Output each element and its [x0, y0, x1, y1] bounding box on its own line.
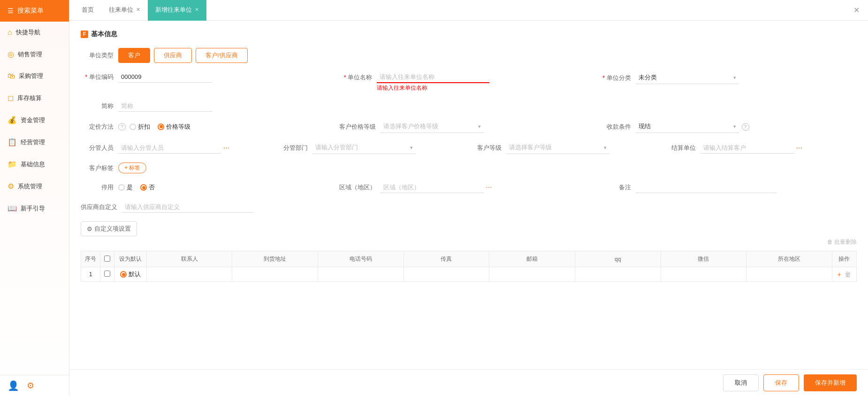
sidebar-item-base[interactable]: 📁 基础信息 [0, 153, 69, 175]
sidebar-item-label: 经营管理 [21, 138, 45, 147]
tab-new-partner-close[interactable]: ✕ [195, 7, 199, 13]
field-unit-name: 单位名称 请输入往来单位名称 [339, 71, 598, 92]
disabled-yes-label: 是 [127, 183, 133, 192]
unit-type-customer-button[interactable]: 客户 [118, 48, 150, 63]
sidebar-item-operation[interactable]: 📋 经营管理 [0, 131, 69, 153]
row-add-button[interactable]: + [837, 271, 842, 278]
manager-input[interactable] [118, 142, 221, 154]
remark-label: 备注 [598, 183, 636, 192]
col-address: 到货地址 [232, 251, 318, 267]
unit-code-input[interactable] [118, 71, 212, 83]
tab-partner-close[interactable]: ✕ [136, 7, 140, 13]
sidebar-item-sales[interactable]: ◎ 销售管理 [0, 43, 69, 65]
batch-delete-button[interactable]: 🗑 批量删除 [81, 238, 857, 246]
disabled-no-label: 否 [149, 183, 155, 192]
row-wechat-input[interactable] [664, 271, 744, 278]
select-all-checkbox[interactable] [104, 256, 110, 262]
unit-type-supplier-button[interactable]: 供应商 [154, 48, 192, 63]
system-icon: ⚙ [8, 182, 14, 191]
abbr-label: 简称 [81, 102, 118, 110]
row-phone-cell [318, 267, 404, 282]
sidebar-item-inventory[interactable]: ◻ 库存核算 [0, 87, 69, 109]
tab-new-partner[interactable]: 新增往来单位 ✕ [148, 0, 206, 21]
form-row-abbr: 简称 [81, 101, 857, 112]
sidebar-item-guide[interactable]: 📖 新手引导 [0, 197, 69, 219]
customize-settings-button[interactable]: ⚙ 自定义项设置 [81, 221, 137, 236]
row-address-input[interactable] [235, 271, 315, 278]
unit-type-both-button[interactable]: 客户/供应商 [196, 48, 248, 63]
row-qq-input[interactable] [578, 271, 658, 278]
sidebar-item-purchase[interactable]: 🛍 采购管理 [0, 65, 69, 87]
payment-terms-select[interactable]: 现结 ▾ [636, 120, 739, 133]
region-more-button[interactable]: ··· [484, 183, 494, 192]
cancel-button[interactable]: 取消 [723, 374, 759, 391]
payment-terms-label: 收款条件 [598, 123, 636, 131]
row-email-input[interactable] [492, 271, 572, 278]
section-icon: F [81, 31, 88, 38]
sidebar-item-label: 采购管理 [19, 72, 43, 80]
add-tag-button[interactable]: + 标签 [118, 163, 146, 173]
sidebar-item-label: 资金管理 [21, 116, 45, 124]
row-fax-cell [404, 267, 489, 282]
unit-category-label: 单位分类 [598, 74, 636, 82]
sidebar-item-finance[interactable]: 💰 资金管理 [0, 109, 69, 131]
payment-terms-help-icon[interactable]: ? [742, 123, 749, 131]
sidebar-item-label: 系统管理 [18, 182, 42, 191]
section-title-text: 基本信息 [91, 30, 117, 39]
row-checkbox[interactable] [104, 271, 110, 277]
form-row-code-name-cat: 单位编码 单位名称 请输入往来单位名称 单位分类 未分类 ▾ [81, 71, 857, 92]
settlement-unit-more-button[interactable]: ··· [794, 144, 804, 152]
region-input[interactable] [381, 182, 484, 193]
guide-icon: 📖 [8, 204, 17, 213]
tab-home-label: 首页 [82, 6, 94, 14]
supplier-custom-input[interactable] [122, 202, 253, 213]
settlement-unit-input[interactable] [700, 142, 794, 154]
tab-partner[interactable]: 往来单位 ✕ [101, 0, 148, 21]
row-index: 1 [81, 267, 100, 282]
disabled-radio-no[interactable]: 否 [140, 183, 155, 192]
disabled-radio-yes[interactable]: 是 [118, 183, 133, 192]
section-basic-info: F 基本信息 [81, 30, 857, 39]
customer-price-level-select[interactable]: 请选择客户价格等级 ▾ [381, 120, 484, 133]
unit-category-value: 未分类 [639, 73, 657, 82]
sidebar-item-label: 基础信息 [21, 160, 45, 169]
unit-name-input[interactable] [377, 71, 489, 83]
row-delete-button[interactable]: 🗑 [844, 271, 852, 278]
customer-level-select[interactable]: 请选择客户等级 ▾ [506, 141, 609, 154]
pricing-price-level-label: 价格等级 [166, 123, 190, 131]
field-customer-tag: 客户标签 + 标签 [81, 163, 857, 173]
save-button[interactable]: 保存 [763, 374, 799, 391]
unit-type-group: 客户 供应商 客户/供应商 [118, 48, 248, 63]
settings-icon: ⚙ [27, 380, 34, 391]
tab-home[interactable]: 首页 [74, 0, 101, 21]
gear-icon: ⚙ [87, 225, 92, 233]
pricing-radio-price-level[interactable]: 价格等级 [158, 123, 190, 131]
sidebar-item-quick-nav[interactable]: ⌂ 快捷导航 [0, 22, 69, 43]
customer-level-placeholder: 请选择客户等级 [509, 143, 552, 152]
row-phone-input[interactable] [321, 271, 401, 278]
pricing-radio-discount[interactable]: 折扣 [129, 123, 150, 131]
field-customer-price-level: 客户价格等级 请选择客户价格等级 ▾ [339, 120, 598, 133]
row-fax-input[interactable] [407, 271, 487, 278]
customer-level-arrow: ▾ [604, 145, 607, 151]
remark-input[interactable] [636, 182, 777, 193]
row-location-input[interactable] [749, 271, 829, 278]
operation-icon: 📋 [8, 138, 17, 147]
tab-bar: 首页 往来单位 ✕ 新增往来单位 ✕ ✕ [69, 0, 868, 21]
manager-more-button[interactable]: ··· [221, 144, 231, 152]
department-select[interactable]: 请输入分管部门 ▾ [312, 141, 416, 154]
close-all-tabs-button[interactable]: ✕ [850, 4, 863, 16]
radio-price-level-circle [158, 124, 164, 130]
pricing-help-icon[interactable]: ? [118, 123, 126, 131]
sidebar-item-system[interactable]: ⚙ 系统管理 [0, 175, 69, 197]
row-contact-input[interactable] [150, 271, 229, 278]
row-default-radio[interactable]: 默认 [117, 270, 143, 279]
abbr-input[interactable] [118, 101, 212, 112]
page-content: F 基本信息 单位类型 客户 供应商 客户/供应商 单位编码 单位名称 [69, 21, 868, 369]
unit-name-error: 请输入往来单位名称 [377, 84, 427, 92]
save-and-new-button[interactable]: 保存并新增 [804, 374, 857, 391]
unit-category-select[interactable]: 未分类 ▾ [636, 71, 739, 84]
sidebar-search[interactable]: ☰ 搜索菜单 [0, 0, 69, 22]
col-location: 所在地区 [746, 251, 832, 267]
pricing-discount-label: 折扣 [138, 123, 150, 131]
